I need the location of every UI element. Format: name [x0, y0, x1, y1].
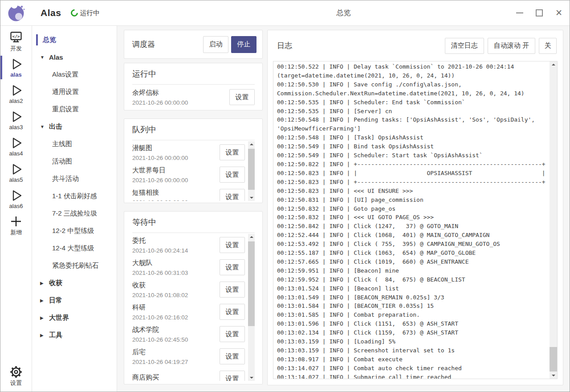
- menu-item[interactable]: 主线图: [32, 135, 117, 153]
- minimize-icon[interactable]: [515, 8, 524, 17]
- log-line: 00:12:50.535 | INFO | Scheduler: End tas…: [277, 98, 546, 107]
- menu-item[interactable]: 12-4 大型练级: [32, 240, 117, 257]
- log-line: 00:12:50.548 | INFO | [Task] OpsiAshAssi…: [277, 133, 546, 142]
- task-setting-button[interactable]: 设置: [220, 144, 245, 160]
- plus-icon: [9, 214, 23, 229]
- nav-rail-item-alas[interactable]: alas: [0, 54, 32, 81]
- nav-rail-item-label: alas4: [9, 150, 23, 157]
- nav-rail-item-label: 新增: [10, 229, 22, 237]
- log-line: 00:13:08.917 | INFO | Combat execute: [277, 355, 546, 364]
- menu-item[interactable]: 7-2 三战捡垃圾: [32, 205, 117, 222]
- log-line: 00:13:03.159 | INFO | [Loading] 5%: [277, 337, 546, 346]
- menu-section-0[interactable]: ▼Alas: [32, 49, 117, 66]
- task-name: 后宅: [132, 348, 188, 356]
- task-setting-button[interactable]: 设置: [220, 167, 245, 183]
- scroll-up-icon[interactable]: [550, 61, 557, 68]
- menu-item-overview[interactable]: 总览: [32, 31, 117, 49]
- log-line: 00:13:01.584 | INFO | [BEACON_TIER 0.035…: [277, 302, 546, 310]
- stop-button[interactable]: 停止: [231, 36, 256, 53]
- menu-section-2[interactable]: ▶收获: [32, 274, 117, 292]
- clear-log-button[interactable]: 清空日志: [445, 38, 484, 54]
- log-scrollbar[interactable]: [550, 61, 557, 379]
- task-info: 商店购买: [132, 373, 159, 381]
- task-setting-button[interactable]: 设置: [220, 282, 245, 298]
- log-line: 00:13:01.549 | INFO | [BEACON_REMAIN 0.0…: [277, 293, 546, 302]
- scroll-up-icon[interactable]: [248, 141, 255, 148]
- task-info: 短猫相接2021-10-26 00:00:00: [132, 188, 188, 201]
- menu-item[interactable]: 重启设置: [32, 101, 117, 118]
- scroll-down-icon[interactable]: [248, 374, 255, 381]
- menu-section-label: 收获: [49, 279, 62, 287]
- scheduler-title: 调度器: [132, 39, 155, 49]
- window-controls: ×: [515, 0, 563, 25]
- menu-section-3[interactable]: ▶日常: [32, 292, 117, 309]
- app-window: Alas 运行中 总览 × </>开发alasalas2alas3alas4al…: [0, 0, 570, 392]
- autoscroll-button[interactable]: 自动滚动 开: [488, 38, 535, 54]
- menu-item[interactable]: 1-1 伏击刷好感: [32, 188, 117, 205]
- pending-card: 队列中 潜艇图2021-10-26 00:00:00设置大世界每日2021-10…: [124, 118, 263, 203]
- play-icon: [9, 136, 23, 150]
- maximize-icon[interactable]: [535, 8, 544, 17]
- task-info: 大舰队2021-10-26 00:31:03: [132, 259, 188, 276]
- task-row: 委托2021-10-26 00:24:14设置: [132, 234, 255, 256]
- scrollbar-thumb[interactable]: [248, 241, 255, 326]
- waiting-scrollbar[interactable]: [248, 234, 255, 381]
- scheduler-buttons: 启动 停止: [203, 36, 256, 53]
- nav-rail-item-alas6[interactable]: alas6: [0, 186, 32, 212]
- scroll-down-icon[interactable]: [248, 194, 255, 201]
- log-header: 日志 清空日志 自动滚动 开 关: [273, 30, 558, 61]
- task-setting-button[interactable]: 设置: [220, 259, 245, 275]
- nav-rail-item-alas2[interactable]: alas2: [0, 81, 32, 107]
- menu-item[interactable]: Alas设置: [32, 66, 117, 83]
- scheduler-column: 调度器 启动 停止 运行中 余烬信标2021-10-26 00:00:00设置 …: [117, 26, 266, 392]
- task-info: 收获2021-10-26 01:08:02: [132, 281, 188, 298]
- task-time: 2021-10-26 00:24:14: [132, 247, 188, 254]
- nav-rail-item-dev[interactable]: </>开发: [0, 28, 32, 54]
- task-info: 科研2021-10-26 02:16:02: [132, 303, 188, 321]
- task-name: 委托: [132, 237, 188, 245]
- titlebar: Alas 运行中 总览 ×: [0, 0, 570, 26]
- nav-rail-item-alas4[interactable]: alas4: [0, 133, 32, 159]
- start-button[interactable]: 启动: [203, 36, 228, 53]
- menu-item[interactable]: 通用设置: [32, 83, 117, 101]
- log-line: 00:13:14.027 | INFO | Combat auto check …: [277, 364, 546, 373]
- task-setting-button[interactable]: 设置: [220, 348, 245, 364]
- nav-rail-item-settings[interactable]: 设置: [0, 363, 32, 389]
- gear-icon: [9, 365, 23, 379]
- menu-section-5[interactable]: ▶工具: [32, 327, 117, 344]
- nav-rail-item-label: alas: [10, 71, 21, 78]
- waiting-card: 等待中 委托2021-10-26 00:24:14设置大舰队2021-10-26…: [124, 211, 263, 384]
- menu-item[interactable]: 12-2 中型练级: [32, 222, 117, 240]
- nav-rail-item-add[interactable]: 新增: [0, 212, 32, 238]
- log-title: 日志: [277, 41, 292, 51]
- task-setting-button[interactable]: 设置: [220, 371, 245, 381]
- pending-list: 潜艇图2021-10-26 00:00:00设置大世界每日2021-10-26 …: [132, 140, 255, 201]
- scrollbar-thumb[interactable]: [550, 347, 557, 372]
- task-setting-button[interactable]: 设置: [220, 304, 245, 320]
- task-info: 战术学院2021-10-26 02:45:50: [132, 326, 188, 343]
- log-card: 日志 清空日志 自动滚动 开 关 00:12:50.522 | INFO | D…: [267, 30, 563, 385]
- task-setting-button[interactable]: 设置: [220, 189, 245, 201]
- code-icon: </>: [9, 30, 23, 45]
- menu-section-4[interactable]: ▶大世界: [32, 309, 117, 327]
- task-setting-button[interactable]: 设置: [220, 326, 245, 342]
- nav-rail-item-alas5[interactable]: alas5: [0, 159, 32, 186]
- menu-item[interactable]: 紧急委托刷钻石: [32, 257, 117, 274]
- close-icon[interactable]: ×: [554, 8, 563, 17]
- task-row: 余烬信标2021-10-26 00:00:00设置: [132, 86, 255, 108]
- scrollbar-thumb[interactable]: [248, 149, 255, 190]
- task-setting-button[interactable]: 设置: [229, 89, 255, 105]
- pending-scrollbar[interactable]: [248, 141, 255, 201]
- scroll-down-icon[interactable]: [550, 372, 557, 379]
- task-setting-button[interactable]: 设置: [220, 237, 245, 253]
- log-off-button[interactable]: 关: [539, 38, 557, 54]
- waiting-title: 等待中: [132, 217, 255, 233]
- chevron-down-icon: ▼: [40, 55, 45, 60]
- task-name: 科研: [132, 303, 188, 312]
- menu-item[interactable]: 活动图: [32, 153, 117, 170]
- nav-rail-item-alas3[interactable]: alas3: [0, 107, 32, 133]
- menu-section-1[interactable]: ▼出击: [32, 118, 117, 135]
- scroll-up-icon[interactable]: [248, 234, 255, 241]
- task-name: 短猫相接: [132, 188, 188, 197]
- menu-item[interactable]: 共斗活动: [32, 170, 117, 188]
